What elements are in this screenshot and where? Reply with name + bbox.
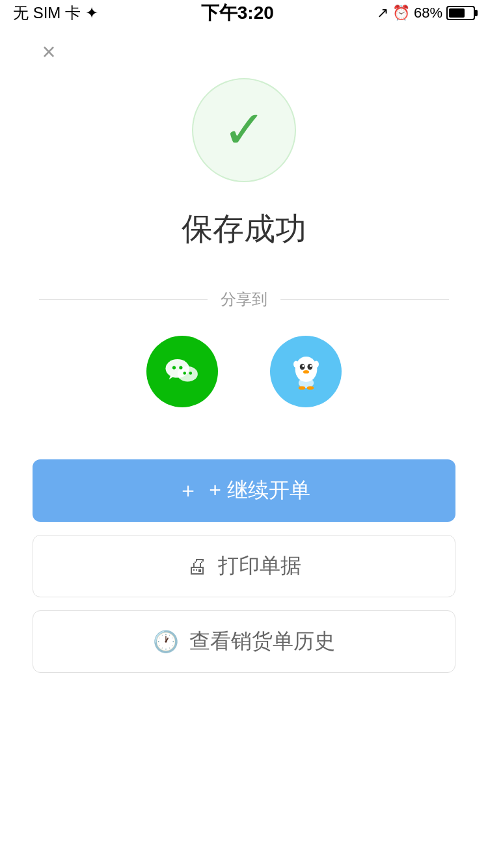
share-divider: 分享到: [0, 289, 488, 310]
status-right: ↗ ⏰ 68%: [377, 5, 475, 21]
share-label: 分享到: [208, 289, 280, 310]
status-left: 无 SIM 卡 ✦: [13, 3, 98, 23]
svg-point-4: [183, 372, 186, 375]
divider-line-left: [39, 299, 208, 300]
svg-point-12: [303, 370, 308, 373]
success-icon-circle: ✓: [192, 78, 296, 182]
close-button[interactable]: ×: [33, 36, 65, 68]
print-label: 打印单据: [218, 552, 301, 580]
svg-point-17: [306, 386, 313, 389]
svg-point-16: [298, 386, 305, 389]
divider-line-right: [280, 299, 449, 300]
close-icon: ×: [42, 40, 55, 64]
svg-point-13: [293, 360, 299, 367]
battery-icon: [446, 6, 475, 20]
qq-logo-svg: [285, 351, 327, 393]
svg-point-9: [307, 364, 312, 370]
printer-icon: 🖨: [187, 554, 208, 578]
history-button[interactable]: 🕐 查看销货单历史: [33, 610, 455, 673]
svg-point-14: [314, 360, 319, 367]
history-icon: 🕐: [153, 629, 179, 654]
success-title: 保存成功: [182, 208, 306, 250]
svg-point-2: [172, 366, 175, 369]
svg-point-3: [179, 366, 182, 369]
status-time: 下午3:20: [201, 1, 274, 25]
main-content: ✓ 保存成功 分享到: [0, 26, 488, 673]
share-icons-row: [146, 336, 342, 407]
battery-percent: 68%: [414, 5, 442, 21]
print-button[interactable]: 🖨 打印单据: [33, 535, 455, 597]
alarm-icon: ⏰: [392, 5, 410, 21]
svg-point-8: [299, 364, 305, 370]
svg-point-11: [310, 364, 312, 366]
svg-point-5: [189, 372, 192, 375]
continue-button[interactable]: ＋ + 继续开单: [33, 459, 455, 522]
plus-icon: ＋: [178, 476, 198, 505]
continue-label: + 继续开单: [209, 476, 310, 505]
svg-point-10: [302, 364, 304, 366]
qq-share-button[interactable]: [270, 336, 342, 407]
wechat-logo-svg: [161, 351, 204, 393]
checkmark-icon: ✓: [223, 104, 266, 156]
status-bar: 无 SIM 卡 ✦ 下午3:20 ↗ ⏰ 68%: [0, 0, 488, 26]
history-label: 查看销货单历史: [189, 627, 335, 656]
wechat-share-button[interactable]: [146, 336, 218, 407]
sim-text: 无 SIM 卡 ✦: [13, 3, 98, 23]
action-buttons: ＋ + 继续开单 🖨 打印单据 🕐 查看销货单历史: [0, 459, 488, 673]
location-icon: ↗: [377, 5, 388, 21]
